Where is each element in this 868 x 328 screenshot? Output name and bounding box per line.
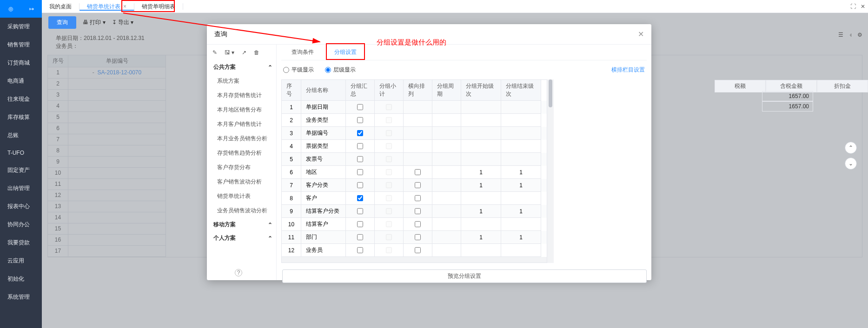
checkbox bbox=[386, 182, 392, 188]
modal-close-icon[interactable]: ✕ bbox=[638, 30, 644, 39]
sidebar-item-8[interactable]: 固定资产 bbox=[0, 161, 42, 179]
gh-name: 分组名称 bbox=[301, 80, 346, 101]
checkbox[interactable] bbox=[415, 195, 421, 201]
logout-icon[interactable]: ↦ bbox=[29, 6, 34, 12]
scheme-item-1[interactable]: 本月存货销售统计 bbox=[210, 88, 276, 103]
radio-hier[interactable]: 层级显示 bbox=[325, 66, 356, 74]
sidebar-item-2[interactable]: 订货商城 bbox=[0, 54, 42, 72]
sidebar-item-3[interactable]: 电商通 bbox=[0, 72, 42, 90]
group-row: 9结算客户分类11 bbox=[282, 205, 547, 218]
checkbox bbox=[386, 208, 392, 214]
checkbox bbox=[386, 221, 392, 227]
cell-amt-1: 1657.00 bbox=[762, 91, 813, 101]
group-table: 序号 分组名称 分组汇总 分组小计 横向排列 分组周期 分组开始级次 分组结束级… bbox=[281, 79, 547, 263]
tab-1[interactable]: 销货单统计表× bbox=[80, 3, 134, 11]
sidebar-item-7[interactable]: T-UFO bbox=[0, 144, 42, 161]
tab-query-cond[interactable]: 查询条件 bbox=[281, 45, 324, 60]
chevron-up-icon: ⌃ bbox=[268, 222, 272, 228]
checkbox[interactable] bbox=[357, 156, 363, 162]
checkbox[interactable] bbox=[357, 208, 363, 214]
checkbox[interactable] bbox=[357, 247, 363, 253]
scheme-panel: ✎ 🖫 ▾ ↗ 🗑 公共方案⌃ 系统方案本月存货销售统计本月地区销售分布本月客户… bbox=[207, 45, 277, 280]
tab-2[interactable]: 销货单明细表 bbox=[134, 3, 183, 10]
checkbox[interactable] bbox=[415, 247, 421, 253]
delete-icon[interactable]: 🗑 bbox=[254, 49, 259, 56]
query-button[interactable]: 查询 bbox=[48, 16, 76, 29]
sidebar-item-15[interactable]: 系统管理 bbox=[0, 288, 42, 306]
scheme-item-4[interactable]: 本月业务员销售分析 bbox=[210, 131, 276, 146]
checkbox[interactable] bbox=[357, 169, 363, 175]
print-button[interactable]: 🖶 打印 ▾ bbox=[83, 19, 106, 26]
group-row: 2业务类型 bbox=[282, 114, 547, 127]
close-all-icon[interactable]: ✕ bbox=[861, 3, 865, 10]
sidebar-item-6[interactable]: 总账 bbox=[0, 126, 42, 144]
move-up-button[interactable]: ⌃ bbox=[845, 142, 857, 154]
h-scrollbar[interactable] bbox=[282, 257, 547, 262]
checkbox[interactable] bbox=[357, 130, 363, 136]
edit-icon[interactable]: ✎ bbox=[212, 49, 217, 56]
sidebar-item-4[interactable]: 往来现金 bbox=[0, 90, 42, 108]
tab-0[interactable]: 我的桌面 bbox=[42, 3, 80, 10]
v-scrollbar[interactable] bbox=[547, 79, 554, 263]
sidebar-item-12[interactable]: 我要贷款 bbox=[0, 234, 42, 252]
group-row: 12业务员 bbox=[282, 244, 547, 257]
checkbox[interactable] bbox=[357, 104, 363, 110]
checkbox bbox=[386, 195, 392, 201]
checkbox[interactable] bbox=[357, 143, 363, 149]
back-icon[interactable]: ◎ bbox=[8, 6, 13, 12]
sidebar-item-1[interactable]: 销售管理 bbox=[0, 36, 42, 54]
chevron-up-icon: ⌃ bbox=[268, 235, 272, 242]
checkbox[interactable] bbox=[415, 169, 421, 175]
gh-en: 分组结束级次 bbox=[501, 80, 541, 101]
sidebar-item-14[interactable]: 初始化 bbox=[0, 270, 42, 288]
checkbox[interactable] bbox=[415, 208, 421, 214]
close-icon[interactable]: × bbox=[123, 3, 126, 10]
scheme-item-6[interactable]: 客户存货分布 bbox=[210, 160, 276, 175]
export-button[interactable]: ↧ 导出 ▾ bbox=[112, 19, 134, 26]
checkbox[interactable] bbox=[357, 234, 363, 240]
checkbox[interactable] bbox=[415, 221, 421, 227]
scheme-item-2[interactable]: 本月地区销售分布 bbox=[210, 103, 276, 117]
sidebar-item-13[interactable]: 云应用 bbox=[0, 252, 42, 270]
sidebar-item-9[interactable]: 出纳管理 bbox=[0, 179, 42, 197]
sidebar-item-5[interactable]: 库存核算 bbox=[0, 108, 42, 126]
scheme-item-3[interactable]: 本月客户销售统计 bbox=[210, 117, 276, 131]
group-row: 8客户 bbox=[282, 192, 547, 205]
chevron-up-icon: ⌃ bbox=[268, 64, 272, 71]
gh-cyc: 分组周期 bbox=[432, 80, 461, 101]
horiz-col-link[interactable]: 横排栏目设置 bbox=[611, 66, 645, 74]
checkbox[interactable] bbox=[357, 182, 363, 188]
save-icon[interactable]: 🖫 ▾ bbox=[225, 49, 234, 56]
checkbox bbox=[386, 247, 392, 253]
gh-seq: 序号 bbox=[282, 80, 301, 101]
checkbox[interactable] bbox=[357, 195, 363, 201]
gh-hx: 横向排列 bbox=[404, 80, 432, 101]
checkbox bbox=[386, 234, 392, 240]
checkbox[interactable] bbox=[415, 234, 421, 240]
scheme-item-0[interactable]: 系统方案 bbox=[210, 74, 276, 88]
group-row: 10结算客户 bbox=[282, 218, 547, 231]
sidebar-top: ◎ ↦ bbox=[0, 0, 42, 18]
sidebar-item-11[interactable]: 协同办公 bbox=[0, 216, 42, 234]
section-mobile[interactable]: 移动方案⌃ bbox=[210, 218, 276, 231]
section-public[interactable]: 公共方案⌃ bbox=[210, 60, 276, 74]
filter-date-value: 2018.12.01 - 2018.12.31 bbox=[84, 35, 145, 41]
checkbox[interactable] bbox=[357, 117, 363, 123]
expand-icon[interactable]: ⛶ bbox=[850, 3, 856, 10]
radio-flat[interactable]: 平级显示 bbox=[283, 66, 314, 74]
scheme-item-5[interactable]: 存货销售趋势分析 bbox=[210, 146, 276, 160]
scheme-item-8[interactable]: 销货单统计表 bbox=[210, 189, 276, 203]
sidebar-item-0[interactable]: 采购管理 bbox=[0, 18, 42, 36]
checkbox[interactable] bbox=[357, 221, 363, 227]
section-personal[interactable]: 个人方案⌃ bbox=[210, 231, 276, 245]
move-down-button[interactable]: ⌄ bbox=[845, 157, 857, 170]
checkbox[interactable] bbox=[415, 182, 421, 188]
tab-group-setting[interactable]: 分组设置 bbox=[324, 45, 367, 60]
annotation-text: 分组设置是做什么用的 bbox=[377, 38, 446, 47]
scheme-item-9[interactable]: 业务员销售波动分析 bbox=[210, 203, 276, 218]
preview-button[interactable]: 预览分组设置 bbox=[282, 269, 647, 283]
help-icon[interactable]: ? bbox=[235, 269, 242, 276]
sidebar-item-10[interactable]: 报表中心 bbox=[0, 197, 42, 216]
scheme-item-7[interactable]: 客户销售波动分析 bbox=[210, 175, 276, 189]
share-icon[interactable]: ↗ bbox=[242, 49, 246, 56]
